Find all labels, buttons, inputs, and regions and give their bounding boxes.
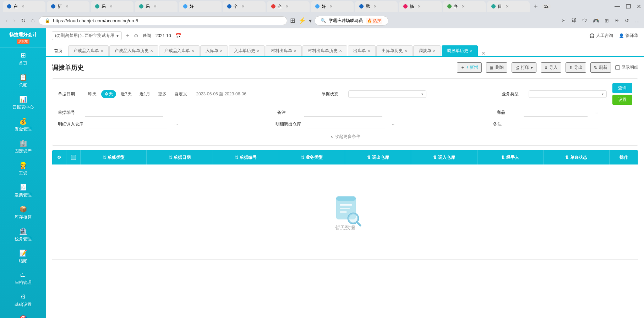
maximize-icon[interactable]: ❐	[626, 3, 631, 10]
tab-close-page-1[interactable]: ✕	[100, 49, 103, 53]
th-in-warehouse[interactable]: ⇅ 调入仓库	[411, 150, 477, 164]
add-tab-button[interactable]: +	[531, 3, 541, 10]
out-warehouse-dots[interactable]: ···	[392, 122, 395, 127]
browser-tab-6[interactable]: 企 ✕	[267, 1, 310, 12]
refresh-page-button[interactable]: ↻ 刷新	[590, 62, 611, 73]
user-info[interactable]: 👤 徐泽华	[619, 33, 638, 39]
browser-tab-7[interactable]: 好 ✕	[311, 1, 354, 12]
th-doc-type[interactable]: ⇅ 单账类型	[81, 150, 147, 164]
browser-search-bar[interactable]: 🔍 学霸应聘场驱鸟员 🔥 热搜	[315, 16, 388, 26]
date-btn-1month[interactable]: 近1月	[136, 90, 154, 98]
period-value[interactable]: 2021-10	[155, 33, 171, 38]
biz-type-filter-select[interactable]: ▾	[529, 90, 607, 98]
query-button[interactable]: 查询	[612, 83, 632, 93]
th-out-warehouse[interactable]: ⇅ 调出仓库	[345, 150, 411, 164]
th-doc-num[interactable]: ⇅ 单据编号	[213, 150, 279, 164]
date-btn-today[interactable]: 今天	[101, 90, 116, 98]
remark-input[interactable]	[304, 108, 382, 117]
shield-icon[interactable]: 🛡	[582, 18, 587, 23]
out-warehouse-input[interactable]	[307, 120, 385, 128]
tab-close-7[interactable]: ✕	[329, 4, 333, 9]
browser-tab-9[interactable]: 畅 ✕	[399, 1, 442, 12]
in-warehouse-input[interactable]	[89, 120, 167, 128]
tab-close-6[interactable]: ✕	[285, 4, 289, 9]
tab-page-8[interactable]: 出库单 ✕	[348, 45, 376, 56]
collapse-button[interactable]: ∧ 收起更多条件	[58, 132, 632, 141]
th-checkbox[interactable]	[66, 150, 81, 164]
date-btn-7days[interactable]: 近7天	[118, 90, 135, 98]
tab-page-11[interactable]: 调拨单历史 ✕	[442, 45, 478, 56]
back-button[interactable]: ‹	[4, 16, 9, 25]
date-btn-more[interactable]: 更多	[155, 90, 170, 98]
tab-close-page-7[interactable]: ✕	[339, 49, 342, 53]
home-button[interactable]: ⌂	[30, 16, 36, 25]
in-warehouse-dots[interactable]: ···	[174, 122, 178, 127]
company-selector[interactable]: (勿删勿禁用) 江西服宝测试专用 ▾	[52, 31, 122, 40]
minimize-icon[interactable]: —	[615, 3, 620, 10]
more-icon[interactable]: …	[635, 18, 640, 23]
sidebar-item-invoice[interactable]: 🧾 发票管理	[0, 180, 46, 202]
status-filter-select[interactable]: ▾	[348, 90, 426, 98]
grid-icon[interactable]: ⊞	[290, 17, 295, 24]
tab-page-10[interactable]: 调拨单 ✕	[413, 45, 441, 56]
tab-page-3[interactable]: 产成品入库单 ✕	[159, 45, 200, 56]
sidebar-item-home[interactable]: ⊞ 首页	[0, 48, 46, 70]
tab-page-4[interactable]: 入库单 ✕	[200, 45, 228, 56]
tab-close-1[interactable]: ✕	[65, 4, 69, 9]
th-doc-status[interactable]: ⇅ 单账状态	[544, 150, 610, 164]
browser-tab-3[interactable]: 易 ✕	[135, 1, 178, 12]
sidebar-item-archive[interactable]: 🗂 归档管理	[0, 268, 46, 289]
import-button[interactable]: ⬇ 导入	[541, 62, 561, 73]
doc-num-input[interactable]	[85, 108, 163, 117]
print-button[interactable]: 🖨 打印 ▾	[512, 62, 536, 73]
date-btn-yesterday[interactable]: 昨天	[85, 90, 100, 98]
tab-page-6[interactable]: 材料出库单 ✕	[266, 45, 302, 56]
tab-page-9[interactable]: 出库单历史 ✕	[376, 45, 413, 56]
tab-home[interactable]: 首页	[49, 46, 67, 56]
lightning-icon[interactable]: ⚡	[298, 17, 306, 24]
add-button[interactable]: ＋ + 新增	[457, 62, 482, 73]
browser-tab-2[interactable]: 易 ✕	[91, 1, 133, 12]
browser-tab-5[interactable]: 个 ✕	[223, 1, 266, 12]
sidebar-item-fund[interactable]: 💰 资金管理	[0, 114, 46, 136]
tab-close-8[interactable]: ✕	[373, 4, 377, 9]
tab-page-2[interactable]: 产成品入库单历史 ✕	[109, 45, 158, 56]
translate-icon[interactable]: 译	[572, 17, 577, 24]
tab-close-page-9[interactable]: ✕	[404, 49, 407, 53]
browser-tab-8[interactable]: 腾 ✕	[355, 1, 398, 12]
sidebar-item-assets[interactable]: 🏢 固定资产	[0, 136, 46, 158]
delete-button[interactable]: 🗑 删除	[486, 62, 507, 73]
scissors-icon[interactable]: ✂	[562, 18, 566, 23]
game-icon[interactable]: 🎮	[593, 18, 599, 23]
extra-remark-input[interactable]	[520, 120, 598, 128]
tab-close-page-8[interactable]: ✕	[367, 49, 370, 53]
sidebar-item-guide[interactable]: 🎯 新手引导	[0, 311, 46, 318]
sidebar-item-inventory[interactable]: 📦 库存核算	[0, 202, 46, 224]
add-company-button[interactable]: +	[126, 33, 129, 39]
tab-page-1[interactable]: 产成品入库单 ✕	[68, 45, 109, 56]
close-all-tabs-icon[interactable]: ✕	[481, 50, 486, 56]
tab-page-5[interactable]: 入库单历史 ✕	[229, 45, 265, 56]
tab-close-2[interactable]: ✕	[109, 4, 113, 9]
address-bar[interactable]: 🔒 https://cloud.chanjet.com/accounting/u…	[39, 16, 287, 25]
show-compact-toggle[interactable]: 显示明细	[615, 65, 638, 71]
th-handler[interactable]: ⇅ 经手人	[477, 150, 544, 164]
th-biz-type[interactable]: ⇅ 业务类型	[279, 150, 345, 164]
tab-close-page-10[interactable]: ✕	[433, 49, 436, 53]
select-all-checkbox[interactable]	[71, 155, 76, 160]
goods-input[interactable]	[524, 108, 588, 117]
tab-close-page-5[interactable]: ✕	[257, 49, 260, 53]
tab-close-10[interactable]: ✕	[462, 4, 465, 9]
tab-close-page-2[interactable]: ✕	[150, 49, 153, 53]
tab-close-5[interactable]: ✕	[241, 4, 245, 9]
tab-close-3[interactable]: ✕	[153, 4, 157, 9]
tab-close-page-3[interactable]: ✕	[191, 49, 194, 53]
refresh-browser-button[interactable]: ↻	[20, 16, 27, 26]
date-btn-custom[interactable]: 自定义	[171, 90, 190, 98]
export-button[interactable]: ⬆ 导出	[566, 62, 586, 73]
tab-close-page-4[interactable]: ✕	[220, 49, 223, 53]
close-window-icon[interactable]: ✕	[637, 3, 641, 10]
dropdown-icon[interactable]: ▾	[309, 17, 312, 24]
sidebar-item-reports[interactable]: 📊 云报表中心	[0, 92, 46, 114]
theme-icon[interactable]: ☀	[615, 18, 619, 23]
